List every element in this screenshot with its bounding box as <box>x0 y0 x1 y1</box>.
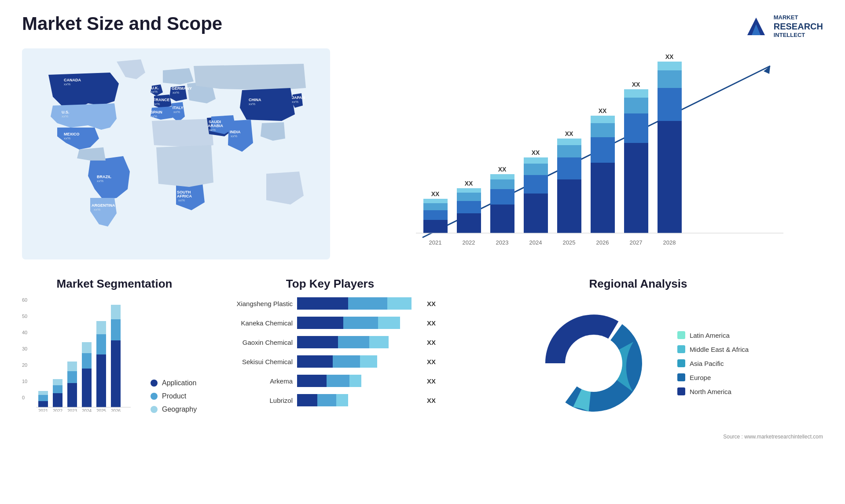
world-map-svg: CANADA xx% U.S. xx% MEXICO xx% BRAZIL xx… <box>22 48 330 259</box>
svg-text:AFRICA: AFRICA <box>177 194 192 198</box>
svg-text:XX: XX <box>465 180 473 187</box>
svg-rect-51 <box>490 179 514 189</box>
svg-text:xx%: xx% <box>173 110 180 114</box>
page-title: Market Size and Scope <box>22 13 222 34</box>
legend-middle-east: Middle East & Africa <box>677 345 749 353</box>
svg-text:GERMANY: GERMANY <box>172 86 192 91</box>
svg-rect-97 <box>82 342 92 353</box>
legend-dot-middle-east <box>677 345 685 353</box>
top-section: CANADA xx% U.S. xx% MEXICO xx% BRAZIL xx… <box>22 48 823 259</box>
svg-rect-39 <box>423 203 448 210</box>
svg-text:xx%: xx% <box>209 128 216 132</box>
svg-text:2027: 2027 <box>630 239 643 246</box>
logo-line1: MARKET <box>774 14 823 21</box>
svg-rect-94 <box>67 362 77 371</box>
svg-rect-69 <box>591 123 615 137</box>
logo-icon <box>743 13 769 40</box>
world-map-container: CANADA xx% U.S. xx% MEXICO xx% BRAZIL xx… <box>22 48 330 259</box>
legend-dot-application <box>151 380 158 387</box>
svg-text:XX: XX <box>632 81 640 88</box>
player-bar-2 <box>297 317 419 329</box>
player-bar-4 <box>297 355 419 368</box>
svg-text:2021: 2021 <box>38 409 48 412</box>
donut-chart <box>528 297 660 429</box>
legend-application: Application <box>151 379 197 387</box>
donut-svg <box>528 297 660 429</box>
logo-area: MARKET RESEARCH INTELLECT <box>743 13 823 40</box>
svg-text:2022: 2022 <box>53 409 63 412</box>
svg-text:2023: 2023 <box>67 409 77 412</box>
svg-text:xx%: xx% <box>62 114 68 118</box>
regional-chart-area: Latin America Middle East & Africa Asia … <box>453 297 823 429</box>
svg-text:xx%: xx% <box>292 100 298 104</box>
svg-text:xx%: xx% <box>64 136 70 140</box>
svg-rect-44 <box>457 201 481 213</box>
svg-text:xx%: xx% <box>94 208 100 212</box>
svg-text:FRANCE: FRANCE <box>153 98 170 102</box>
player-bar-1 <box>297 297 419 310</box>
svg-text:2028: 2028 <box>663 239 676 246</box>
svg-text:XX: XX <box>498 166 507 173</box>
legend-dot-north-america <box>677 387 685 395</box>
svg-rect-45 <box>457 193 481 201</box>
svg-text:ARGENTINA: ARGENTINA <box>92 203 115 208</box>
svg-rect-43 <box>457 213 481 233</box>
svg-rect-91 <box>53 379 62 385</box>
svg-rect-38 <box>423 210 448 220</box>
svg-rect-89 <box>53 393 62 407</box>
player-row-3: Gaoxin Chemical XX <box>224 336 436 348</box>
svg-text:xx%: xx% <box>64 82 70 86</box>
svg-text:BRAZIL: BRAZIL <box>97 175 111 179</box>
player-bar-5 <box>297 375 419 387</box>
legend-dot-product <box>151 393 158 400</box>
svg-text:INDIA: INDIA <box>230 130 241 134</box>
source-text: Source : www.marketresearchintellect.com <box>453 434 823 440</box>
svg-text:U.S.: U.S. <box>62 110 70 114</box>
regional-title: Regional Analysis <box>453 277 823 291</box>
logo-line2: RESEARCH <box>774 21 823 32</box>
key-players-container: Top Key Players Xiangsheng Plastic XX Ka… <box>224 277 436 413</box>
svg-text:XX: XX <box>565 130 573 137</box>
svg-rect-75 <box>624 98 648 113</box>
svg-text:ITALY: ITALY <box>173 106 184 110</box>
svg-text:XX: XX <box>431 190 440 197</box>
svg-text:2024: 2024 <box>82 409 92 412</box>
player-bar-3 <box>297 336 419 348</box>
svg-rect-102 <box>111 319 121 340</box>
svg-rect-88 <box>38 391 48 395</box>
svg-text:xx%: xx% <box>151 90 158 94</box>
segmentation-chart: 60 50 40 30 20 10 0 <box>22 297 207 413</box>
page-header: Market Size and Scope MARKET RESEARCH IN… <box>22 13 823 40</box>
segmentation-svg: 2021 2022 2023 2024 2025 2026 <box>36 297 133 412</box>
svg-text:2022: 2022 <box>463 239 475 246</box>
segmentation-container: Market Segmentation 60 50 40 30 20 10 0 <box>22 277 207 413</box>
svg-rect-62 <box>557 157 581 179</box>
svg-text:xx%: xx% <box>153 102 160 106</box>
svg-rect-92 <box>67 383 77 407</box>
svg-rect-87 <box>38 395 48 401</box>
svg-rect-95 <box>82 369 92 407</box>
svg-rect-93 <box>67 371 77 383</box>
svg-text:2021: 2021 <box>429 239 442 246</box>
regional-container: Regional Analysis <box>453 277 823 440</box>
svg-text:xx%: xx% <box>178 198 185 202</box>
svg-rect-79 <box>658 121 682 233</box>
svg-text:SPAIN: SPAIN <box>151 110 162 114</box>
svg-text:2025: 2025 <box>96 409 107 412</box>
svg-point-111 <box>565 335 622 392</box>
svg-text:2023: 2023 <box>496 239 509 246</box>
segmentation-legend: Application Product Geography <box>151 379 197 413</box>
svg-text:XX: XX <box>599 107 607 114</box>
legend-latin-america: Latin America <box>677 331 749 339</box>
svg-text:MEXICO: MEXICO <box>64 132 80 136</box>
svg-rect-57 <box>524 164 548 175</box>
svg-rect-101 <box>111 340 121 407</box>
svg-rect-81 <box>658 70 682 88</box>
svg-rect-82 <box>658 62 682 70</box>
legend-dot-latin-america <box>677 331 685 339</box>
svg-rect-98 <box>96 354 106 407</box>
svg-text:ARABIA: ARABIA <box>208 124 223 128</box>
svg-text:CHINA: CHINA <box>249 98 261 102</box>
legend-north-america: North America <box>677 387 749 395</box>
svg-rect-55 <box>524 194 548 233</box>
